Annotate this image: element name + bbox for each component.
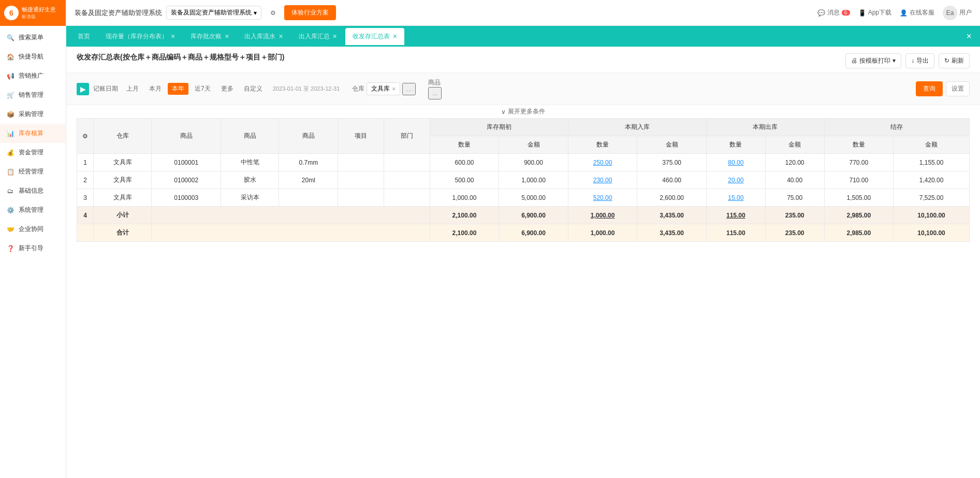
date-btn-更多[interactable]: 更多 [217,83,238,95]
basic-icon: 🗂 [6,187,14,195]
system-select[interactable]: 装备及固定资产辅助管理系统 ▾ [166,6,261,20]
out-qty-header: 数量 [706,136,765,154]
tab-batch[interactable]: 库存批次账× [183,28,236,45]
table-row: 2 文具库 0100002 胶水 20ml 500.00 1,000.00 23… [77,171,970,189]
search-icon: 🔍 [6,34,14,42]
sidebar-item-operations[interactable]: 📋经营管理 [0,162,66,181]
refresh-btn[interactable]: ↻ 刷新 [939,53,970,68]
sidebar-nav: 🔍搜索菜单🏠快捷导航📢营销推广🛒销售管理📦采购管理📊库存核算💰资金管理📋经营管理… [0,26,66,478]
user-btn[interactable]: Ea 用户 [943,6,972,20]
date-range: 2023-01-01 至 2023-12-31 [273,85,340,93]
subtotal-row: 4 小计 2,100.00 6,900.00 1,000.00 3,435.00… [77,207,970,224]
goods-filter: 商品 ... [428,78,442,99]
date-label: 记账日期 [93,84,118,93]
table-row: 3 文具库 0100003 采访本 1,000.00 5,000.00 520.… [77,189,970,207]
sidebar-item-basic[interactable]: 🗂基础信息 [0,181,66,200]
sidebar-logo: 6 畅捷通好生意 标准版 [0,0,66,26]
out-amt-header: 金额 [765,136,824,154]
sidebar-item-guide[interactable]: ❓新手引导 [0,239,66,258]
purchase-icon: 📦 [6,110,14,119]
date-btn-自定义[interactable]: 自定义 [240,83,267,95]
tabbar: 首页现存量（库存分布表）×库存批次账×出入库流水×出入库汇总×收发存汇总表×× [66,26,980,47]
topbar: 装备及固定资产辅助管理系统 装备及固定资产辅助管理系统 ▾ ⚙ 体验行业方案 💬… [66,0,980,26]
logo-icon: 6 [4,6,19,20]
expand-row: ∨ 展开更多条件 [66,105,980,118]
group-outbound-header: 本期出库 [706,119,824,136]
tab-stock-dist[interactable]: 现存量（库存分布表）× [98,28,182,45]
system-title: 装备及固定资产辅助管理系统 [75,8,162,18]
message-btn[interactable]: 💬 消息 6 [817,8,850,17]
main-content: 装备及固定资产辅助管理系统 装备及固定资产辅助管理系统 ▾ ⚙ 体验行业方案 💬… [66,0,980,478]
col-warehouse-header: 仓库 [94,119,152,154]
sidebar-item-finance[interactable]: 💰资金管理 [0,143,66,162]
print-btn[interactable]: 🖨 按模板打印 ▾ [845,53,901,68]
logo-text: 畅捷通好生意 [22,6,56,13]
logo-badge: 标准版 [22,13,56,20]
finance-icon: 💰 [6,149,14,157]
app-download-btn[interactable]: 📱 App下载 [858,8,891,17]
tab-close-stock-dist[interactable]: × [171,33,175,40]
sidebar-item-search[interactable]: 🔍搜索菜单 [0,28,66,47]
sidebar-item-purchase[interactable]: 📦采购管理 [0,105,66,124]
online-support-btn[interactable]: 👤 在线客服 [900,8,934,17]
tab-home[interactable]: 首页 [70,28,97,45]
table-settings-icon[interactable]: ⚙ [77,119,94,154]
open-amt-header: 金额 [499,136,568,154]
tab-flow[interactable]: 出入库流水× [237,28,290,45]
export-btn[interactable]: ↓ 导出 [905,53,934,68]
table-container: ⚙ 仓库 商品 商品 商品 项目 部门 库存期初 本期入库 本期出库 结存 数量 [66,118,980,242]
tab-close-summary[interactable]: × [333,33,337,40]
experience-btn[interactable]: 体验行业方案 [284,5,336,20]
date-btn-本年[interactable]: 本年 [168,83,188,95]
col-name-header: 商品 [221,119,279,154]
guide-icon: ❓ [6,244,14,253]
tab-recv-send[interactable]: 收发存汇总表× [345,28,404,45]
quick-nav-icon: 🏠 [6,53,14,61]
warehouse-more-btn[interactable]: ... [402,83,416,95]
inventory-icon: 📊 [6,129,14,138]
sidebar-item-system[interactable]: ⚙️系统管理 [0,200,66,220]
tab-summary[interactable]: 出入库汇总× [291,28,344,45]
warehouse-tag-close-btn[interactable]: × [392,85,396,93]
user-avatar: Ea [943,6,957,20]
sidebar-item-enterprise[interactable]: 🤝企业协同 [0,220,66,239]
sidebar-item-marketing[interactable]: 📢营销推广 [0,66,66,85]
tab-close-recv-send[interactable]: × [393,33,397,40]
sidebar: 6 畅捷通好生意 标准版 🔍搜索菜单🏠快捷导航📢营销推广🛒销售管理📦采购管理📊库… [0,0,66,478]
page-title: 收发存汇总表(按仓库＋商品编码＋商品＋规格型号＋项目＋部门) [77,53,284,62]
col-spec-header: 商品 [279,119,338,154]
tab-close-batch[interactable]: × [225,33,229,40]
sidebar-item-inventory[interactable]: 📊库存核算 [0,124,66,143]
search-btn[interactable]: 查询 [916,81,943,96]
group-inbound-header: 本期入库 [568,119,706,136]
warehouse-tag: 文具库 × [367,82,400,95]
marketing-icon: 📢 [6,72,14,80]
goods-more-btn[interactable]: ... [428,87,442,99]
in-amt-header: 金额 [637,136,707,154]
in-qty-header: 数量 [568,136,637,154]
operations-icon: 📋 [6,168,14,176]
filter-bar: ▶ 记账日期 上月本月本年近7天更多自定义 2023-01-01 至 2023-… [66,73,980,105]
col-dept-header: 部门 [384,119,430,154]
filter-settings-btn[interactable]: 设置 [946,81,970,96]
expand-more-btn[interactable]: ∨ 展开更多条件 [501,107,545,116]
enterprise-icon: 🤝 [6,225,14,234]
date-filter-group: 上月本月本年近7天更多自定义 [122,83,267,95]
sidebar-item-sales[interactable]: 🛒销售管理 [0,85,66,105]
tab-close-flow[interactable]: × [279,33,283,40]
close-amt-header: 金额 [894,136,970,154]
sales-icon: 🛒 [6,91,14,99]
date-btn-上月[interactable]: 上月 [122,83,143,95]
group-closing-header: 结存 [824,119,969,136]
total-row: 合计 2,100.00 6,900.00 1,000.00 3,435.00 1… [77,224,970,242]
date-btn-本月[interactable]: 本月 [145,83,166,95]
table-row: 1 文具库 0100001 中性笔 0.7mm 600.00 900.00 25… [77,154,970,171]
filter-toggle-btn[interactable]: ▶ [77,83,89,95]
date-btn-近7天[interactable]: 近7天 [191,83,215,95]
open-qty-header: 数量 [430,136,499,154]
sidebar-item-quick-nav[interactable]: 🏠快捷导航 [0,47,66,66]
warehouse-filter: 仓库 文具库 × ... [352,82,416,95]
gear-icon[interactable]: ⚙ [266,6,280,20]
group-opening-header: 库存期初 [430,119,568,136]
tabbar-close-btn[interactable]: × [962,29,976,44]
